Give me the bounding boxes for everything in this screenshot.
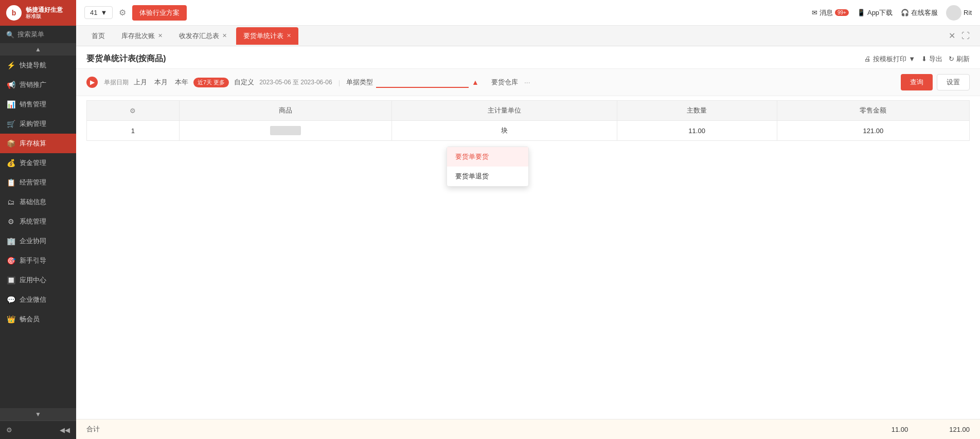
phone-icon: 📱 [857,9,865,16]
search-menu[interactable]: 🔍 搜索菜单 [0,26,76,43]
topbar-settings-icon[interactable]: ⚙ [119,8,126,17]
sidebar-item-purchase[interactable]: 🛒 采购管理 [0,114,76,134]
sidebar-nav: ⚡ 快捷导航 📢 营销推广 📊 销售管理 🛒 采购管理 📦 库存核算 💰 资金管… [0,56,76,408]
sidebar-item-label: 库存核算 [20,139,46,148]
print-icon: 🖨 [864,55,871,63]
table-header-row: ⚙ 商品 主计量单位 主数量 零售金额 [87,101,970,121]
sidebar-item-inventory[interactable]: 📦 库存核算 [0,134,76,153]
app-download-btn[interactable]: 📱 App下载 [857,8,893,17]
export-label: 导出 [929,54,942,64]
column-settings-icon: ⚙ [130,107,136,115]
sidebar-item-quick-nav[interactable]: ⚡ 快捷导航 [0,56,76,75]
date-custom-btn[interactable]: 自定义 [232,77,256,88]
tab-close-all-btn[interactable]: ✕ [947,29,957,43]
tab-label: 要货单统计表 [243,31,283,41]
sidebar-item-company[interactable]: 🏢 企业协同 [0,231,76,251]
page-title: 要货单统计表(按商品) [86,53,166,64]
purchase-icon: 🛒 [6,120,15,128]
message-btn[interactable]: ✉ 消息 99+ [812,8,849,17]
export-btn[interactable]: ⬇ 导出 [921,54,942,64]
quick-nav-icon: ⚡ [6,61,15,69]
close-icon[interactable]: ✕ [287,32,291,39]
chevron-down-icon: ▼ [908,55,915,63]
th-settings[interactable]: ⚙ [87,101,180,121]
refresh-label: 刷新 [956,54,970,64]
bottom-settings-icon[interactable]: ⚙ [6,426,12,434]
chevron-down-icon: ▼ [100,9,107,16]
tab-receive-summary[interactable]: 收发存汇总表 ✕ [172,27,234,45]
cell-product: 商品名称 [179,121,391,141]
date-filter-label: 单据日期 [104,78,129,87]
cell-quantity: 11.00 [617,121,777,141]
warehouse-more-btn[interactable]: ··· [524,78,530,86]
online-service-btn[interactable]: 🎧 在线客服 [901,8,938,17]
th-amount: 零售金额 [777,101,969,121]
type-filter-group: 单据类型 ▲ [346,77,479,88]
sidebar-item-label: 畅会员 [20,315,40,324]
finance-icon: 💰 [6,159,15,167]
sidebar-item-sales[interactable]: 📊 销售管理 [0,95,76,114]
tab-order-stats[interactable]: 要货单统计表 ✕ [236,27,298,45]
tab-home[interactable]: 首页 [84,27,112,45]
trial-button[interactable]: 体验行业方案 [132,5,187,21]
type-filter-toggle[interactable]: ▲ [472,78,479,86]
query-button[interactable]: 查询 [901,74,933,90]
date-last-month-btn[interactable]: 上月 [132,77,149,88]
search-icon: 🔍 [6,31,14,39]
sidebar-scroll-up[interactable]: ▲ [0,43,76,56]
tab-bar: 首页 库存批次账 ✕ 收发存汇总表 ✕ 要货单统计表 ✕ ✕ ⛶ [76,26,980,46]
date-this-year-btn[interactable]: 本年 [173,77,190,88]
refresh-icon: ↻ [949,55,954,63]
table-container: ⚙ 商品 主计量单位 主数量 零售金额 1 商品名称 块 [76,100,980,141]
filter-actions: 查询 设置 [901,74,970,90]
th-product: 商品 [179,101,391,121]
date-recent-7-btn[interactable]: 近7天 更多 [193,78,229,87]
date-this-month-btn[interactable]: 本月 [152,77,170,88]
type-filter-input[interactable] [376,77,469,88]
logo-icon: b [6,5,22,21]
th-quantity: 主数量 [617,101,777,121]
footer-amount: 121.00 [949,426,970,433]
sidebar-item-system[interactable]: ⚙ 系统管理 [0,212,76,231]
company-icon: 🏢 [6,237,15,245]
sidebar-item-marketing[interactable]: 📢 营销推广 [0,75,76,95]
sidebar-item-label: 快捷导航 [20,61,46,70]
sidebar-item-finance[interactable]: 💰 资金管理 [0,153,76,173]
logo-name: 畅捷通好生意 [26,6,63,13]
wechat-icon: 💬 [6,296,15,304]
page-header: 要货单统计表(按商品) 🖨 按模板打印 ▼ ⬇ 导出 ↻ 刷新 [76,46,980,68]
page-area: 要货单统计表(按商品) 🖨 按模板打印 ▼ ⬇ 导出 ↻ 刷新 ▶ [76,46,980,439]
sidebar-scroll-down[interactable]: ▼ [0,408,76,420]
close-icon[interactable]: ✕ [222,32,227,39]
sidebar-item-guide[interactable]: 🎯 新手引导 [0,251,76,270]
tab-fullscreen-btn[interactable]: ⛶ [959,29,972,43]
sidebar-collapse-btn[interactable]: ◀◀ [60,426,70,434]
message-label: 消息 [819,8,833,17]
sidebar-item-label: 基础信息 [20,197,46,207]
store-selector[interactable]: 41 ▼ [84,6,113,19]
dropdown-item-order-goods[interactable]: 要货单要货 [447,147,528,167]
sidebar-item-apps[interactable]: 🔲 应用中心 [0,270,76,290]
sidebar-item-label: 经营管理 [20,178,46,187]
filter-expand-btn[interactable]: ▶ [86,77,98,88]
close-icon[interactable]: ✕ [158,32,163,39]
print-btn[interactable]: 🖨 按模板打印 ▼ [864,54,915,64]
sidebar-item-wechat[interactable]: 💬 企业微信 [0,290,76,309]
dropdown-item-order-return[interactable]: 要货单退货 [447,167,528,186]
sidebar-item-member[interactable]: 👑 畅会员 [0,309,76,329]
table-footer: 合计 11.00 121.00 [76,419,980,439]
user-profile[interactable]: Rit [946,5,972,21]
date-filter-group: 单据日期 上月 本月 本年 近7天 更多 自定义 2023-05-06 至 20… [104,77,332,88]
refresh-btn[interactable]: ↻ 刷新 [949,54,970,64]
tab-batch-account[interactable]: 库存批次账 ✕ [114,27,170,45]
filter-bar: ▶ 单据日期 上月 本月 本年 近7天 更多 自定义 2023-05-06 至 … [76,68,980,96]
system-icon: ⚙ [6,217,15,226]
type-dropdown: 要货单要货 要货单退货 [447,147,529,187]
filter-settings-button[interactable]: 设置 [937,74,970,90]
message-icon: ✉ [812,9,817,16]
sidebar-item-label: 采购管理 [20,119,46,129]
footer-label: 合计 [86,425,100,434]
basic-icon: 🗂 [6,198,15,206]
sidebar-item-operations[interactable]: 📋 经营管理 [0,173,76,192]
sidebar-item-basic[interactable]: 🗂 基础信息 [0,192,76,212]
